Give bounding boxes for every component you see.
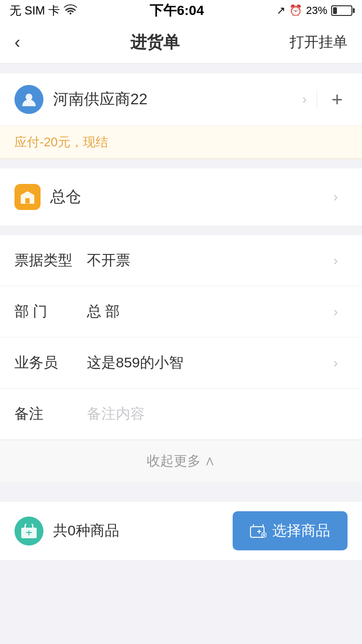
- supplier-card: 河南供应商22 › + 应付-20元，现结: [0, 73, 362, 159]
- warehouse-chevron-icon: ›: [334, 189, 338, 205]
- section-divider-2: [0, 159, 362, 168]
- salesperson-chevron-icon: ›: [334, 355, 338, 371]
- salesperson-row[interactable]: 业务员 这是859的小智 ›: [0, 337, 362, 389]
- invoice-type-label: 票据类型: [14, 251, 82, 270]
- remark-row[interactable]: 备注 备注内容: [0, 389, 362, 440]
- supplier-name: 河南供应商22: [53, 89, 302, 110]
- svg-rect-1: [25, 198, 30, 204]
- collapse-label: 收起更多 ∧: [147, 452, 216, 470]
- remark-label: 备注: [14, 404, 82, 424]
- battery-percent: 23%: [306, 4, 327, 17]
- product-count: 共0种商品: [53, 521, 233, 541]
- status-left: 无 SIM 卡: [10, 3, 77, 18]
- add-supplier-button[interactable]: +: [327, 89, 348, 111]
- warehouse-row[interactable]: 总仓 ›: [0, 168, 362, 225]
- wifi-icon: [64, 4, 77, 17]
- location-icon: ↗: [277, 4, 285, 17]
- status-right: ↗ ⏰ 23%: [277, 4, 352, 17]
- department-chevron-icon: ›: [334, 304, 338, 320]
- supplier-avatar: [14, 85, 43, 114]
- section-divider-4: [0, 482, 362, 491]
- warehouse-icon: [14, 184, 41, 210]
- status-time: 下午6:04: [150, 1, 204, 20]
- bottom-bar: 共0种商品 选择商品: [0, 501, 362, 560]
- invoice-type-value: 不开票: [82, 251, 334, 270]
- alarm-icon: ⏰: [289, 4, 302, 17]
- warehouse-name: 总仓: [50, 186, 334, 208]
- carrier-label: 无 SIM 卡: [10, 3, 60, 18]
- section-divider-1: [0, 64, 362, 73]
- vertical-divider: [317, 90, 317, 109]
- warehouse-card: 总仓 ›: [0, 168, 362, 225]
- department-label: 部 门: [14, 302, 82, 322]
- collapse-button[interactable]: 收起更多 ∧: [0, 440, 362, 482]
- invoice-type-chevron-icon: ›: [334, 253, 338, 268]
- back-button[interactable]: ‹: [14, 32, 20, 53]
- status-bar: 无 SIM 卡 下午6:04 ↗ ⏰ 23%: [0, 0, 362, 21]
- remark-value: 备注内容: [82, 404, 348, 424]
- form-card: 票据类型 不开票 › 部 门 总 部 › 业务员 这是859的小智 › 备注 备…: [0, 235, 362, 482]
- open-pending-button[interactable]: 打开挂单: [290, 32, 348, 52]
- nav-bar: ‹ 进货单 打开挂单: [0, 21, 362, 64]
- notice-banner: 应付-20元，现结: [0, 126, 362, 159]
- invoice-type-row[interactable]: 票据类型 不开票 ›: [0, 235, 362, 286]
- select-product-button[interactable]: 选择商品: [233, 511, 348, 550]
- supplier-chevron-icon: ›: [302, 92, 306, 107]
- salesperson-label: 业务员: [14, 353, 82, 373]
- page-title: 进货单: [130, 31, 180, 54]
- select-product-label: 选择商品: [272, 521, 330, 541]
- department-row[interactable]: 部 门 总 部 ›: [0, 286, 362, 337]
- product-icon: [14, 517, 43, 546]
- svg-point-0: [26, 94, 32, 100]
- section-divider-3: [0, 225, 362, 235]
- supplier-row[interactable]: 河南供应商22 › +: [0, 73, 362, 126]
- department-value: 总 部: [82, 302, 334, 322]
- battery-icon: [331, 5, 352, 16]
- salesperson-value: 这是859的小智: [82, 353, 334, 373]
